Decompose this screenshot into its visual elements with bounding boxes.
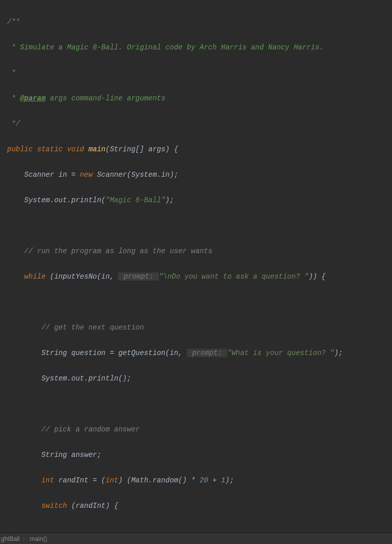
line-comment: // get the next question <box>7 323 144 332</box>
code-line[interactable]: public static void main(String[] args) { <box>0 143 392 156</box>
method-params: (String[] args) { <box>105 145 178 153</box>
code-line[interactable]: String answer; <box>0 449 392 461</box>
code-line[interactable] <box>0 398 392 411</box>
string-literal: "\nDo you want to ask a question? " <box>159 273 309 281</box>
code-text: Scanner in = <box>7 171 80 179</box>
method-name: main <box>89 145 106 153</box>
code-line[interactable] <box>0 296 392 309</box>
breadcrumb-bar[interactable]: ghtBall〉main() <box>0 533 392 544</box>
breadcrumb-item[interactable]: main() <box>30 535 47 542</box>
breadcrumb-separator: 〉 <box>22 535 28 542</box>
code-line[interactable]: // get the next question <box>0 321 392 334</box>
code-line[interactable]: /** <box>0 16 392 29</box>
code-text: String question = getQuestion(in, <box>7 349 187 357</box>
code-text: ) (Math.random() * <box>118 476 200 484</box>
string-literal: "Magic 8-Ball" <box>105 196 165 204</box>
keyword-int: int <box>105 476 118 484</box>
string-literal: "What is your question? " <box>227 349 334 357</box>
number-literal: 20 <box>200 476 208 484</box>
code-text: ); <box>165 196 174 204</box>
code-line[interactable]: Scanner in = new Scanner(System.in); <box>0 169 392 181</box>
doc-param-tag: @param <box>20 94 45 102</box>
code-line[interactable]: */ <box>0 118 392 130</box>
code-line[interactable]: int randInt = (int) (Math.random() * 20 … <box>0 474 392 487</box>
code-line[interactable]: // pick a random answer <box>0 423 392 436</box>
code-text: Scanner(System.in); <box>97 171 178 179</box>
code-line[interactable]: * <box>0 67 392 79</box>
param-hint: prompt: <box>118 273 159 281</box>
code-line[interactable]: switch (randInt) { <box>0 500 392 512</box>
keyword-void: void <box>67 145 89 153</box>
doc-text: args command-line arguments <box>46 94 165 102</box>
doc-text: * <box>7 94 20 102</box>
code-line[interactable]: * @param args command-line arguments <box>0 92 392 105</box>
code-text: System.out.println(); <box>7 374 131 383</box>
code-text: String answer; <box>7 451 101 459</box>
keyword-new: new <box>80 171 97 179</box>
doc-close: */ <box>7 120 20 128</box>
code-text: )) { <box>309 273 326 281</box>
code-text: randInt = ( <box>59 476 105 484</box>
breadcrumb-item[interactable]: ghtBall <box>1 535 20 542</box>
code-text: ); <box>334 349 343 357</box>
code-text: System.out.println( <box>7 196 105 204</box>
code-line[interactable]: // run the program as long as the user w… <box>0 245 392 258</box>
code-line[interactable]: * Simulate a Magic 8-Ball. Original code… <box>0 41 392 54</box>
keyword-static: static <box>37 145 67 153</box>
keyword-while: while <box>24 273 50 281</box>
code-text: (randInt) { <box>71 502 118 510</box>
doc-text: * <box>7 69 16 77</box>
param-hint: prompt: <box>187 349 228 357</box>
code-line[interactable]: while (inputYesNo(in, prompt: "\nDo you … <box>0 270 392 283</box>
code-text: (inputYesNo(in, <box>50 273 118 281</box>
keyword-public: public <box>7 145 37 153</box>
line-comment: // pick a random answer <box>7 425 139 433</box>
keyword-int: int <box>41 476 59 484</box>
code-line[interactable]: System.out.println("Magic 8-Ball"); <box>0 194 392 207</box>
line-comment: // run the program as long as the user w… <box>7 247 212 255</box>
code-line[interactable]: String question = getQuestion(in, prompt… <box>0 347 392 360</box>
number-literal: 1 <box>221 476 225 484</box>
code-editor[interactable]: /** * Simulate a Magic 8-Ball. Original … <box>0 0 392 544</box>
doc-open: /** <box>7 18 20 26</box>
code-line[interactable]: System.out.println(); <box>0 372 392 385</box>
code-line[interactable] <box>0 220 392 232</box>
doc-text: * Simulate a Magic 8-Ball. Original code… <box>7 43 324 51</box>
keyword-switch: switch <box>41 502 71 510</box>
